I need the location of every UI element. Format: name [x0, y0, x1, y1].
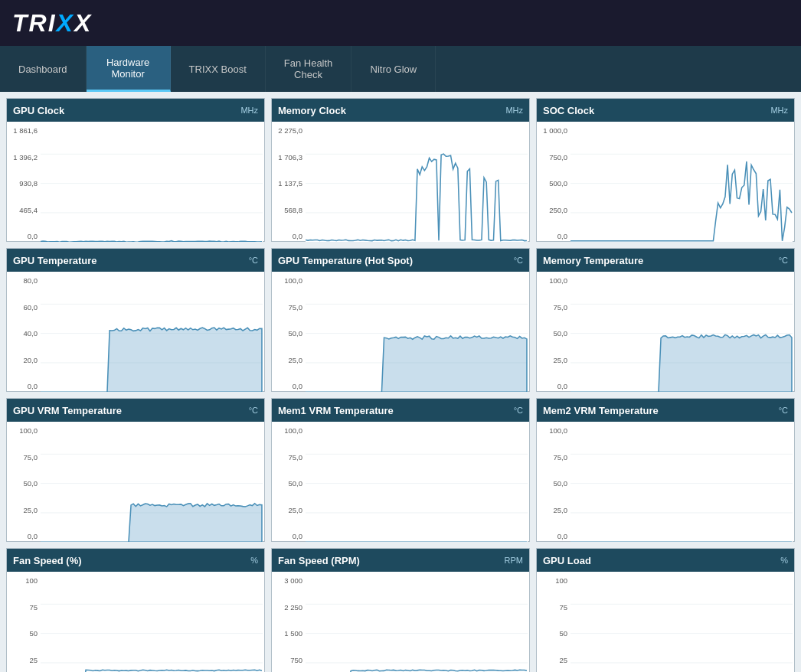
chart-title-gpu-vrm-temp: GPU VRM Temperature: [13, 405, 122, 416]
y-label: 75,0: [538, 453, 567, 462]
chart-unit-gpu-load: %: [780, 556, 788, 565]
y-label: 1 137,5: [273, 179, 302, 188]
chart-unit-memory-clock: MHz: [505, 106, 523, 115]
y-label: 0,0: [8, 382, 38, 390]
chart-body-gpu-vrm-temp: 100,075,050,025,00,0: [7, 422, 264, 545]
chart-unit-soc-clock: MHz: [770, 106, 788, 115]
svg-area-mem2-vrm-temp: [571, 425, 793, 542]
y-axis-memory-clock: 2 275,01 706,31 137,5568,80,0: [272, 125, 306, 242]
chart-fan-speed-pct: Fan Speed (%)%1007550250: [6, 548, 265, 672]
y-label: 0,0: [538, 532, 567, 540]
chart-unit-gpu-vrm-temp: °C: [249, 406, 258, 415]
svg-area-memory-clock: [306, 125, 528, 242]
chart-unit-memory-temp: °C: [779, 256, 788, 265]
chart-fan-speed-rpm: Fan Speed (RPM)RPM3 0002 2501 5007500: [271, 548, 530, 672]
y-label: 0,0: [273, 232, 302, 240]
y-label: 1 000,0: [538, 126, 567, 135]
chart-unit-gpu-clock: MHz: [240, 106, 258, 115]
y-label: 50: [8, 629, 38, 638]
y-axis-gpu-vrm-temp: 100,075,050,025,00,0: [7, 425, 41, 542]
chart-header-gpu-temp: GPU Temperature°C: [7, 249, 264, 272]
title-bar: TRIXX: [0, 0, 801, 46]
y-label: 0,0: [273, 532, 302, 540]
chart-body-mem1-vrm-temp: 100,075,050,025,00,0: [272, 422, 529, 545]
chart-title-mem2-vrm-temp: Mem2 VRM Temperature: [543, 405, 659, 416]
y-label: 100,0: [8, 426, 38, 435]
y-label: 100,0: [538, 426, 567, 435]
y-label: 25,0: [538, 506, 567, 514]
svg-area-gpu-temp-hotspot: [306, 275, 528, 392]
chart-title-gpu-temp: GPU Temperature: [13, 255, 97, 266]
svg-area-mem1-vrm-temp: [306, 425, 528, 542]
chart-body-mem2-vrm-temp: 100,075,050,025,00,0: [537, 422, 794, 545]
y-label: 930,8: [8, 179, 38, 188]
y-label: 0,0: [538, 382, 567, 390]
y-label: 568,8: [273, 206, 302, 214]
y-label: 100: [538, 576, 567, 585]
chart-body-soc-clock: 1 000,0750,0500,0250,00,0: [537, 122, 794, 245]
chart-header-mem1-vrm-temp: Mem1 VRM Temperature°C: [272, 399, 529, 422]
y-label: 50,0: [273, 329, 302, 338]
y-label: 25: [538, 656, 567, 664]
y-label: 750,0: [538, 153, 567, 161]
y-label: 100,0: [273, 276, 302, 285]
y-label: 0,0: [538, 232, 567, 240]
nav-tab-fan-health-check[interactable]: Fan Health Check: [266, 46, 352, 92]
chart-gpu-temp: GPU Temperature°C80,060,040,020,00,0: [6, 248, 265, 392]
chart-title-memory-clock: Memory Clock: [278, 105, 346, 116]
chart-header-gpu-vrm-temp: GPU VRM Temperature°C: [7, 399, 264, 422]
nav-tab-trixx-boost[interactable]: TRIXX Boost: [171, 46, 266, 92]
y-label: 0,0: [8, 532, 38, 540]
chart-header-gpu-clock: GPU ClockMHz: [7, 99, 264, 122]
minimize-button[interactable]: [755, 20, 767, 26]
window-controls: [755, 20, 789, 26]
chart-body-memory-clock: 2 275,01 706,31 137,5568,80,0: [272, 122, 529, 245]
y-label: 100,0: [538, 276, 567, 285]
y-label: 75,0: [273, 303, 302, 312]
chart-title-gpu-temp-hotspot: GPU Temperature (Hot Spot): [278, 255, 413, 266]
y-label: 0,0: [8, 232, 38, 240]
y-axis-mem1-vrm-temp: 100,075,050,025,00,0: [272, 425, 306, 542]
y-label: 75,0: [538, 303, 567, 312]
chart-title-soc-clock: SOC Clock: [543, 105, 594, 116]
chart-header-memory-clock: Memory ClockMHz: [272, 99, 529, 122]
y-label: 465,4: [8, 206, 38, 214]
chart-body-gpu-temp-hotspot: 100,075,050,025,00,0: [272, 272, 529, 395]
y-axis-fan-speed-pct: 1007550250: [7, 575, 41, 672]
y-label: 50: [538, 629, 567, 638]
y-axis-mem2-vrm-temp: 100,075,050,025,00,0: [537, 425, 571, 542]
chart-unit-mem2-vrm-temp: °C: [779, 406, 788, 415]
y-label: 250,0: [538, 206, 567, 214]
nav-tab-dashboard[interactable]: Dashboard: [0, 46, 87, 92]
y-label: 3 000: [273, 576, 302, 585]
chart-header-memory-temp: Memory Temperature°C: [537, 249, 794, 272]
y-label: 75: [8, 603, 38, 612]
nav-tab-nitro-glow[interactable]: Nitro Glow: [351, 46, 436, 92]
chart-header-mem2-vrm-temp: Mem2 VRM Temperature°C: [537, 399, 794, 422]
chart-body-memory-temp: 100,075,050,025,00,0: [537, 272, 794, 395]
svg-area-fan-speed-rpm: [306, 575, 528, 672]
chart-gpu-temp-hotspot: GPU Temperature (Hot Spot)°C100,075,050,…: [271, 248, 530, 392]
y-label: 2 275,0: [273, 126, 302, 135]
y-label: 40,0: [8, 329, 38, 338]
chart-body-gpu-load: 1007550250: [537, 572, 794, 672]
chart-unit-fan-speed-rpm: RPM: [505, 556, 523, 565]
y-label: 75: [538, 603, 567, 612]
y-axis-memory-temp: 100,075,050,025,00,0: [537, 275, 571, 392]
chart-header-fan-speed-pct: Fan Speed (%)%: [7, 549, 264, 572]
y-label: 1 706,3: [273, 153, 302, 161]
close-button[interactable]: [776, 20, 789, 26]
y-label: 1 396,2: [8, 153, 38, 161]
y-label: 25,0: [273, 506, 302, 514]
y-axis-gpu-temp-hotspot: 100,075,050,025,00,0: [272, 275, 306, 392]
nav-tab-hardware-monitor[interactable]: Hardware Monitor: [87, 46, 171, 92]
y-axis-gpu-temp: 80,060,040,020,00,0: [7, 275, 41, 392]
chart-gpu-vrm-temp: GPU VRM Temperature°C100,075,050,025,00,…: [6, 398, 265, 542]
svg-area-gpu-vrm-temp: [41, 425, 263, 542]
app-logo: TRIXX: [12, 9, 92, 38]
chart-title-memory-temp: Memory Temperature: [543, 255, 643, 266]
y-label: 50,0: [8, 479, 38, 488]
y-label: 1 500: [273, 629, 302, 638]
y-label: 75,0: [8, 453, 38, 462]
chart-title-fan-speed-rpm: Fan Speed (RPM): [278, 555, 360, 566]
